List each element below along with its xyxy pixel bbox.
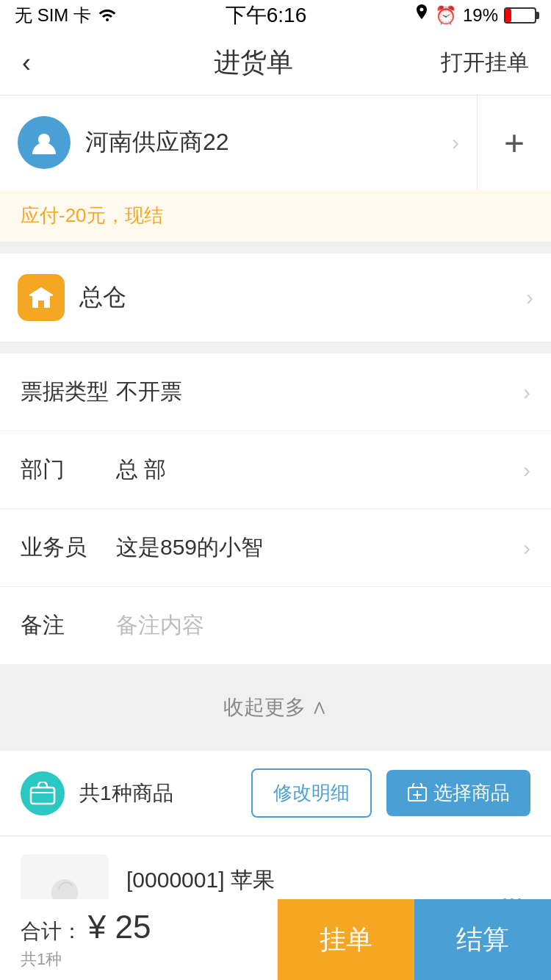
svg-rect-2	[38, 300, 44, 308]
total-label: 合计：	[21, 920, 82, 943]
ticket-type-chevron: ›	[523, 380, 530, 405]
footer-total-row: 合计： ¥ 25	[21, 909, 257, 945]
ticket-type-row[interactable]: 票据类型 不开票 ›	[0, 353, 551, 431]
salesperson-value: 这是859的小智	[116, 533, 523, 563]
status-right: ⏰ 19%	[414, 4, 536, 26]
back-button[interactable]: ‹	[22, 48, 66, 79]
supplier-avatar	[18, 116, 71, 169]
remark-value: 备注内容	[116, 610, 530, 641]
supplier-name: 河南供应商22	[85, 126, 452, 159]
battery-percent: 19%	[463, 5, 498, 26]
collapse-label: 收起更多 ∧	[223, 696, 328, 718]
products-count: 共1种商品	[79, 779, 237, 807]
products-icon	[21, 771, 65, 815]
page-title: 进货单	[214, 45, 293, 81]
payment-hint: 应付-20元，现结	[0, 190, 551, 242]
status-time: 下午6:16	[226, 1, 307, 29]
footer: 合计： ¥ 25 共1种 挂单 结算	[0, 899, 551, 980]
department-label: 部门	[21, 455, 116, 485]
add-supplier-button[interactable]: +	[478, 96, 551, 190]
warehouse-row[interactable]: 总仓 ›	[0, 253, 551, 342]
location-icon	[414, 4, 429, 26]
product-name: [0000001] 苹果	[126, 865, 494, 896]
modify-detail-button[interactable]: 修改明细	[251, 768, 372, 818]
sim-text: 无 SIM 卡	[15, 4, 91, 27]
ticket-type-value: 不开票	[116, 377, 523, 407]
hang-button[interactable]: 挂单	[278, 899, 414, 980]
department-row[interactable]: 部门 总 部 ›	[0, 431, 551, 509]
product-name-text: 苹果	[231, 868, 275, 892]
open-hang-button[interactable]: 打开挂单	[441, 48, 529, 78]
ticket-type-label: 票据类型	[21, 377, 116, 407]
remark-row[interactable]: 备注 备注内容	[0, 587, 551, 664]
wifi-icon	[97, 5, 118, 26]
salesperson-label: 业务员	[21, 533, 116, 563]
main-content: 河南供应商22 › + 应付-20元，现结 总仓 › 票据类型 不开票 › 部门…	[0, 96, 551, 980]
warehouse-icon	[18, 274, 65, 321]
warehouse-chevron: ›	[526, 285, 533, 310]
supplier-chevron: ›	[452, 130, 459, 155]
footer-count: 共1种	[21, 948, 257, 970]
svg-rect-3	[31, 788, 54, 804]
status-left: 无 SIM 卡	[15, 4, 118, 27]
supplier-section: 河南供应商22 › +	[0, 96, 551, 190]
products-header: 共1种商品 修改明细 选择商品	[0, 751, 551, 835]
department-value: 总 部	[116, 455, 523, 485]
total-amount: ¥ 25	[88, 909, 151, 945]
footer-total: 合计： ¥ 25 共1种	[0, 899, 278, 980]
collapse-bar[interactable]: 收起更多 ∧	[0, 676, 551, 739]
department-chevron: ›	[523, 458, 530, 483]
status-bar: 无 SIM 卡 下午6:16 ⏰ 19%	[0, 0, 551, 31]
alarm-icon: ⏰	[435, 5, 457, 26]
checkout-button[interactable]: 结算	[414, 899, 551, 980]
select-product-button[interactable]: 选择商品	[386, 770, 530, 816]
battery-icon	[504, 7, 536, 24]
salesperson-row[interactable]: 业务员 这是859的小智 ›	[0, 509, 551, 587]
supplier-row[interactable]: 河南供应商22 ›	[0, 96, 478, 190]
nav-bar: ‹ 进货单 打开挂单	[0, 31, 551, 96]
product-code: [0000001]	[126, 868, 231, 892]
warehouse-name: 总仓	[79, 281, 526, 314]
select-product-label: 选择商品	[433, 780, 510, 806]
remark-label: 备注	[21, 610, 116, 641]
salesperson-chevron: ›	[523, 536, 530, 561]
form-section: 票据类型 不开票 › 部门 总 部 › 业务员 这是859的小智 › 备注 备注…	[0, 353, 551, 664]
